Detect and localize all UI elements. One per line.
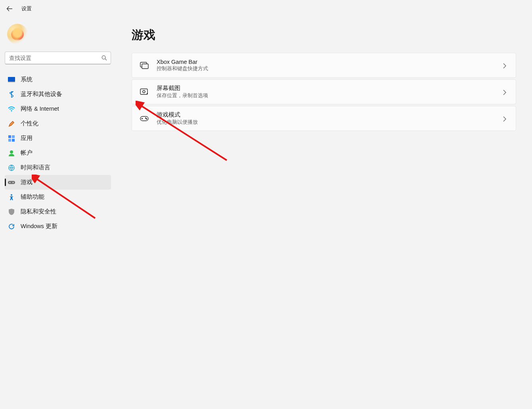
- sidebar-item-system[interactable]: 系统: [5, 72, 111, 87]
- svg-point-13: [11, 194, 12, 196]
- apps-icon: [8, 135, 15, 142]
- globe-icon: [8, 164, 15, 171]
- card-game-mode[interactable]: 游戏模式 优化电脑以便播放: [132, 106, 516, 131]
- search-box: [5, 52, 111, 64]
- svg-rect-16: [140, 89, 147, 94]
- gamepad-icon: [8, 179, 15, 186]
- accessibility-icon: [8, 194, 15, 201]
- person-icon: [8, 150, 15, 157]
- svg-point-12: [13, 182, 13, 182]
- svg-rect-15: [142, 64, 148, 69]
- sidebar-item-label: 辅助功能: [21, 193, 44, 201]
- sidebar-item-gaming[interactable]: 游戏: [5, 175, 111, 190]
- card-subtitle: 优化电脑以便播放: [157, 119, 503, 126]
- brush-icon: [8, 120, 15, 127]
- sidebar-item-accounts[interactable]: 帐户: [5, 146, 111, 160]
- svg-point-19: [145, 117, 146, 118]
- svg-point-20: [146, 119, 147, 119]
- monitor-icon: [8, 76, 15, 83]
- sidebar-item-update[interactable]: Windows 更新: [5, 219, 111, 234]
- svg-rect-7: [12, 139, 15, 142]
- svg-rect-2: [8, 82, 15, 83]
- sidebar-item-accessibility[interactable]: 辅助功能: [5, 190, 111, 204]
- sidebar-item-label: 蓝牙和其他设备: [21, 90, 62, 98]
- sidebar-item-label: Windows 更新: [21, 223, 57, 230]
- user-avatar[interactable]: [7, 24, 28, 44]
- svg-rect-10: [8, 181, 15, 184]
- xbox-icon: [140, 61, 149, 70]
- svg-point-3: [11, 111, 12, 112]
- svg-rect-5: [12, 135, 15, 138]
- sidebar-item-privacy[interactable]: 隐私和安全性: [5, 204, 111, 219]
- sidebar-item-personalize[interactable]: 个性化: [5, 116, 111, 131]
- svg-rect-6: [8, 139, 11, 142]
- sidebar-item-label: 系统: [21, 76, 33, 83]
- topbar: 设置: [0, 0, 532, 17]
- svg-point-8: [10, 150, 13, 154]
- search-input[interactable]: [5, 52, 111, 64]
- card-title: Xbox Game Bar: [157, 59, 503, 65]
- content: 游戏 Xbox Game Bar 控制器和键盘快捷方式 屏幕截图 保存位置，录制…: [116, 17, 532, 409]
- wifi-icon: [8, 106, 15, 113]
- sidebar-item-bluetooth[interactable]: 蓝牙和其他设备: [5, 87, 111, 102]
- sidebar-item-label: 网络 & Internet: [21, 105, 59, 113]
- card-xbox-game-bar[interactable]: Xbox Game Bar 控制器和键盘快捷方式: [132, 53, 516, 78]
- back-button[interactable]: [6, 6, 13, 12]
- sidebar: 系统 蓝牙和其他设备 网络 & Internet 个性化: [0, 17, 116, 409]
- card-texts: 屏幕截图 保存位置，录制首选项: [157, 84, 503, 99]
- card-title: 屏幕截图: [157, 84, 503, 92]
- chevron-right-icon: [503, 63, 508, 68]
- card-title: 游戏模式: [157, 111, 503, 119]
- card-subtitle: 控制器和键盘快捷方式: [157, 65, 503, 72]
- sidebar-item-time[interactable]: 时间和语言: [5, 160, 111, 175]
- svg-point-0: [102, 56, 105, 59]
- search-icon: [101, 55, 107, 61]
- app-title: 设置: [21, 5, 32, 12]
- sidebar-nav: 系统 蓝牙和其他设备 网络 & Internet 个性化: [5, 72, 111, 234]
- sidebar-item-apps[interactable]: 应用: [5, 131, 111, 146]
- svg-rect-1: [8, 77, 15, 82]
- back-arrow-icon: [6, 6, 13, 12]
- card-texts: 游戏模式 优化电脑以便播放: [157, 111, 503, 126]
- svg-point-17: [143, 90, 145, 93]
- chevron-right-icon: [503, 90, 508, 94]
- sidebar-item-label: 时间和语言: [21, 164, 50, 171]
- sidebar-item-label: 隐私和安全性: [21, 208, 56, 215]
- page-title: 游戏: [132, 27, 516, 43]
- card-texts: Xbox Game Bar 控制器和键盘快捷方式: [157, 59, 503, 72]
- chevron-right-icon: [503, 116, 508, 121]
- sidebar-item-label: 个性化: [21, 120, 38, 127]
- sidebar-item-network[interactable]: 网络 & Internet: [5, 102, 111, 116]
- capture-icon: [140, 88, 149, 96]
- card-captures[interactable]: 屏幕截图 保存位置，录制首选项: [132, 79, 516, 104]
- gamemode-icon: [140, 114, 149, 123]
- svg-point-11: [10, 182, 10, 182]
- card-subtitle: 保存位置，录制首选项: [157, 92, 503, 99]
- update-icon: [8, 223, 15, 230]
- shield-icon: [8, 208, 15, 215]
- svg-rect-4: [8, 135, 11, 138]
- sidebar-item-label: 帐户: [21, 149, 33, 157]
- sidebar-item-label: 游戏: [21, 179, 33, 186]
- sidebar-item-label: 应用: [21, 134, 33, 142]
- bluetooth-icon: [8, 91, 15, 98]
